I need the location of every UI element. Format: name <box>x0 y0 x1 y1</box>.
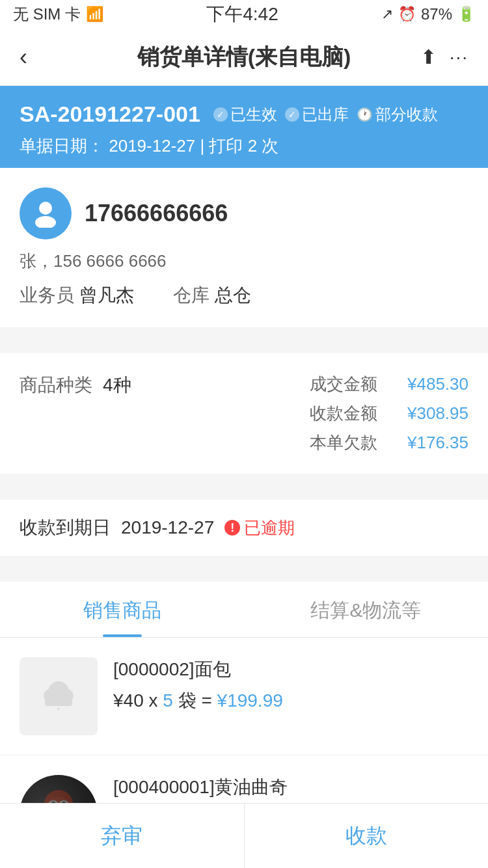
print-count: 2 <box>248 136 257 156</box>
status-partial-label: 部分收款 <box>375 104 438 125</box>
overdue-label: 已逾期 <box>244 517 295 539</box>
tab-products[interactable]: 销售商品 <box>0 582 244 637</box>
alarm-icon: ⏰ <box>398 6 416 23</box>
wifi-icon: 📶 <box>86 6 103 23</box>
product-unit-1: 袋 <box>178 690 197 711</box>
order-id: SA-20191227-001 <box>20 102 200 127</box>
customer-avatar <box>20 187 72 239</box>
order-date: 2019-12-27 <box>109 136 195 156</box>
status-tags: ✓ 已生效 ✓ 已出库 🕐 部分收款 <box>213 104 438 125</box>
product-name-2: [000400001]黄油曲奇 <box>113 775 468 800</box>
location-icon: ↗ <box>381 6 393 23</box>
svg-point-1 <box>35 216 56 228</box>
due-label: 收款到期日 <box>20 515 111 540</box>
owed-amount-value: ¥176.35 <box>390 433 468 453</box>
order-header-row2: 单据日期： 2019-12-27 | 打印 2 次 <box>20 135 468 157</box>
tabs-container: 销售商品 结算&物流等 <box>0 582 488 638</box>
customer-sub-info: 张，156 6666 6666 <box>20 250 468 273</box>
status-shipped-label: 已出库 <box>302 104 349 125</box>
divider-1 <box>0 327 488 340</box>
share-icon[interactable]: ⬆ <box>420 46 437 68</box>
product-type-count: 4种 <box>103 373 131 398</box>
order-header-row1: SA-20191227-001 ✓ 已生效 ✓ 已出库 🕐 部分收款 <box>20 102 468 127</box>
more-icon[interactable]: ··· <box>450 47 468 68</box>
product-thumb-1: + <box>20 657 98 735</box>
status-bar: 无 SIM 卡 📶 下午4:42 ↗ ⏰ 87% 🔋 <box>0 0 488 29</box>
product-total-1: ¥199.99 <box>217 690 283 711</box>
stats-section: 商品种类 4种 成交金额 ¥485.30 收款金额 ¥308.95 本单欠款 ¥… <box>0 353 488 474</box>
svg-point-0 <box>39 202 52 215</box>
amount-stats: 成交金额 ¥485.30 收款金额 ¥308.95 本单欠款 ¥176.35 <box>310 373 468 454</box>
overdue-badge: ! 已逾期 <box>224 517 295 539</box>
product-equals-1: = <box>201 690 217 711</box>
person-icon <box>31 199 60 228</box>
product-operator-1: x <box>149 690 163 711</box>
product-price-1: ¥40 x 5 袋 = ¥199.99 <box>113 688 468 713</box>
customer-name: 17666666666 <box>85 200 228 227</box>
product-name-1: [0000002]面包 <box>113 657 468 682</box>
date-label: 单据日期： <box>20 136 104 156</box>
check-icon-2: ✓ <box>285 107 299 122</box>
sales-info: 业务员 曾凡杰 <box>20 283 134 308</box>
deal-amount-value: ¥485.30 <box>390 374 468 394</box>
warehouse-label: 仓库 <box>173 283 210 308</box>
due-date-section: 收款到期日 2019-12-27 ! 已逾期 <box>0 500 488 556</box>
status-right: ↗ ⏰ 87% 🔋 <box>381 5 475 23</box>
product-price-value-1: ¥40 <box>113 690 144 711</box>
customer-row: 17666666666 <box>20 187 468 239</box>
status-shipped: ✓ 已出库 <box>285 104 349 125</box>
page-title: 销货单详情(来自电脑) <box>137 42 351 72</box>
product-info-1: [0000002]面包 ¥40 x 5 袋 = ¥199.99 <box>113 657 468 735</box>
nav-actions: ⬆ ··· <box>420 46 468 68</box>
collected-amount-value: ¥308.95 <box>390 403 468 424</box>
collected-amount-row: 收款金额 ¥308.95 <box>310 402 468 425</box>
warehouse-info: 仓库 总仓 <box>173 283 251 308</box>
bottom-bar: 弃审 收款 <box>0 803 488 868</box>
nav-bar: ‹ 销货单详情(来自电脑) ⬆ ··· <box>0 29 488 86</box>
svg-text:+: + <box>57 705 61 712</box>
owed-amount-row: 本单欠款 ¥176.35 <box>310 431 468 454</box>
battery-text: 87% <box>421 5 452 23</box>
status-effective-label: 已生效 <box>230 104 277 125</box>
clock-icon: 🕐 <box>357 107 373 122</box>
back-button[interactable]: ‹ <box>20 44 27 71</box>
owed-amount-label: 本单欠款 <box>310 431 377 454</box>
warehouse-name: 总仓 <box>215 283 251 308</box>
print-suffix: 次 <box>262 136 278 156</box>
tab-settlement[interactable]: 结算&物流等 <box>244 582 488 637</box>
customer-section: 17666666666 张，156 6666 6666 业务员 曾凡杰 仓库 总… <box>0 168 488 327</box>
overdue-icon: ! <box>224 520 240 536</box>
check-icon-1: ✓ <box>213 107 228 122</box>
deal-amount-row: 成交金额 ¥485.30 <box>310 373 468 396</box>
bread-placeholder-icon: + <box>36 673 81 719</box>
status-partial: 🕐 部分收款 <box>357 104 438 125</box>
status-left: 无 SIM 卡 📶 <box>13 4 103 25</box>
divider-3 <box>0 556 488 569</box>
carrier-text: 无 SIM 卡 <box>13 4 81 25</box>
confirm-button[interactable]: 收款 <box>245 804 489 868</box>
product-type-stats: 商品种类 4种 <box>20 373 131 398</box>
sales-label: 业务员 <box>20 283 74 308</box>
product-type-label: 商品种类 <box>20 373 92 398</box>
product-qty-1: 5 <box>163 690 173 711</box>
cancel-button[interactable]: 弃审 <box>0 804 245 868</box>
status-effective: ✓ 已生效 <box>213 104 277 125</box>
divider-2 <box>0 474 488 487</box>
deal-amount-label: 成交金额 <box>310 373 377 396</box>
order-header: SA-20191227-001 ✓ 已生效 ✓ 已出库 🕐 部分收款 单据日期：… <box>0 86 488 168</box>
time-display: 下午4:42 <box>206 2 278 27</box>
print-label: | 打印 <box>200 136 243 156</box>
svg-rect-5 <box>45 697 72 706</box>
collected-amount-label: 收款金额 <box>310 402 377 425</box>
battery-icon: 🔋 <box>457 6 475 23</box>
customer-info-group: 业务员 曾凡杰 仓库 总仓 <box>20 283 468 308</box>
product-item-1: + [0000002]面包 ¥40 x 5 袋 = ¥199.99 <box>0 638 488 755</box>
due-date: 2019-12-27 <box>121 517 214 538</box>
sales-name: 曾凡杰 <box>79 283 134 308</box>
